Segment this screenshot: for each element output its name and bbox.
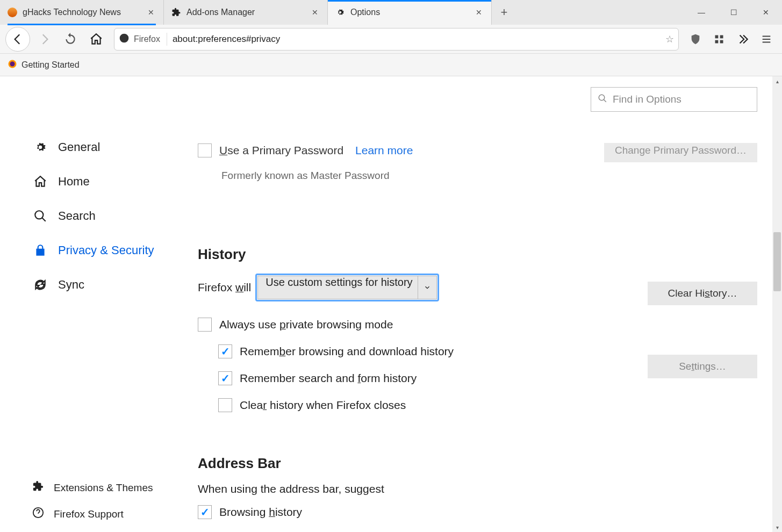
url-text: about:preferences#privacy (173, 34, 660, 45)
clear-history-button[interactable]: Clear History… (648, 282, 757, 305)
svg-rect-3 (715, 40, 719, 43)
nav-toolbar: Firefox about:preferences#privacy ☆ (0, 25, 782, 54)
clear-on-close-checkbox[interactable] (218, 398, 232, 412)
window-controls: — ☐ ✕ (685, 0, 782, 25)
back-button[interactable] (5, 27, 30, 52)
clear-on-close-label: Clear history when Firefox closes (240, 399, 406, 412)
scrollbar-thumb[interactable] (773, 232, 781, 291)
use-primary-password-label: Use a Primary Password (219, 144, 343, 157)
favicon-ghacks (8, 8, 17, 17)
puzzle-icon (32, 480, 44, 495)
reload-button[interactable] (59, 28, 82, 51)
always-private-checkbox[interactable] (198, 318, 212, 332)
primary-password-note: Formerly known as Master Password (221, 170, 757, 182)
grid-icon[interactable] (709, 29, 729, 49)
new-tab-button[interactable]: + (492, 0, 516, 25)
learn-more-link[interactable]: Learn more (355, 144, 413, 157)
lock-icon (32, 242, 48, 258)
identity-box[interactable]: Firefox (119, 33, 167, 46)
home-icon (32, 174, 48, 190)
sidebar-item-label: Sync (58, 278, 84, 292)
change-primary-password-button[interactable]: Change Prrimary Password…imary Password… (604, 139, 757, 162)
search-icon (32, 208, 48, 224)
remember-search-label: Remember search and form history (240, 372, 417, 385)
tab-addons[interactable]: Add-ons Manager ✕ (164, 0, 328, 25)
remember-search-checkbox[interactable] (218, 371, 232, 385)
sidebar-item-label: General (58, 140, 100, 154)
tab-label: Add-ons Manager (186, 8, 305, 17)
close-tab-icon[interactable]: ✕ (146, 8, 156, 17)
bookmarks-bar: Getting Started (0, 54, 782, 76)
url-bar[interactable]: Firefox about:preferences#privacy ☆ (114, 28, 679, 51)
close-tab-icon[interactable]: ✕ (310, 8, 320, 17)
scroll-up-icon[interactable]: ▴ (772, 76, 782, 86)
bookmark-getting-started[interactable]: Getting Started (8, 59, 80, 71)
tab-label: Options (350, 8, 469, 17)
find-in-options[interactable] (591, 87, 757, 112)
identity-label: Firefox (134, 34, 160, 44)
gear-icon (32, 139, 48, 155)
sidebar-item-label: Home (58, 175, 90, 189)
tab-bar: gHacks Technology News ✕ Add-ons Manager… (0, 0, 782, 25)
preferences-sidebar: General Home Search Privacy & Security S… (0, 76, 193, 532)
sidebar-item-label: Firefox Support (54, 508, 124, 520)
svg-rect-1 (715, 35, 719, 38)
svg-rect-4 (720, 40, 723, 43)
history-heading: History (198, 246, 757, 263)
home-button[interactable] (85, 28, 107, 51)
help-icon (32, 507, 44, 521)
address-bar-heading: Address Bar (198, 455, 757, 472)
sidebar-item-search[interactable]: Search (32, 199, 193, 233)
sync-icon (32, 277, 48, 293)
maximize-button[interactable]: ☐ (718, 0, 750, 25)
sidebar-item-label: Search (58, 209, 96, 223)
ublock-icon[interactable] (685, 29, 706, 49)
history-settings-button[interactable]: Settings… (648, 355, 757, 378)
use-primary-password-checkbox[interactable] (198, 143, 212, 157)
tab-ghacks[interactable]: gHacks Technology News ✕ (0, 0, 164, 25)
overflow-icon[interactable] (733, 29, 753, 49)
close-window-button[interactable]: ✕ (750, 0, 782, 25)
firefox-logo-icon (119, 33, 130, 46)
svg-rect-2 (720, 35, 723, 38)
sidebar-item-sync[interactable]: Sync (32, 268, 193, 302)
puzzle-icon (171, 8, 181, 17)
firefox-will-label: Firefox will (198, 281, 251, 294)
bookmark-label: Getting Started (21, 60, 80, 70)
vertical-scrollbar[interactable]: ▴ ▾ (772, 76, 782, 532)
scroll-down-icon[interactable]: ▾ (772, 522, 782, 532)
sidebar-extensions-themes[interactable]: Extensions & Themes (32, 480, 153, 495)
history-mode-value: Use custom settings for history (257, 276, 436, 299)
sidebar-item-home[interactable]: Home (32, 164, 193, 199)
svg-point-6 (10, 61, 15, 66)
sidebar-item-general[interactable]: General (32, 130, 193, 164)
find-in-options-input[interactable] (613, 94, 750, 105)
gear-icon (335, 8, 345, 17)
primary-password-row: Use a Primary Password Learn more Change… (198, 139, 757, 162)
sidebar-item-label: Privacy & Security (58, 243, 154, 257)
suggest-history-checkbox[interactable] (198, 505, 212, 519)
svg-point-9 (599, 95, 605, 100)
minimize-button[interactable]: — (685, 0, 718, 25)
always-private-label: Always use private browsing mode (219, 318, 393, 331)
remember-browsing-checkbox[interactable] (218, 344, 232, 358)
sidebar-firefox-support[interactable]: Firefox Support (32, 507, 153, 521)
preferences-main: Use a Primary Password Learn more Change… (193, 76, 772, 532)
svg-point-0 (120, 33, 129, 42)
menu-button[interactable] (756, 29, 777, 49)
sidebar-item-label: Extensions & Themes (54, 482, 153, 494)
sidebar-item-privacy[interactable]: Privacy & Security (32, 233, 193, 268)
firefox-icon (8, 59, 17, 71)
svg-point-7 (35, 211, 43, 219)
address-bar-subtitle: When using the address bar, suggest (198, 483, 757, 495)
remember-browsing-label: Remember browsing and download history (240, 345, 454, 358)
tab-label: gHacks Technology News (23, 8, 141, 17)
search-icon (598, 94, 607, 105)
tab-options[interactable]: Options ✕ (328, 0, 492, 25)
history-mode-select[interactable]: Use custom settings for history (257, 276, 436, 299)
bookmark-star-icon[interactable]: ☆ (665, 33, 674, 45)
forward-button[interactable] (33, 28, 56, 51)
suggest-history-label: Browsing history (219, 506, 302, 519)
close-tab-icon[interactable]: ✕ (474, 8, 484, 17)
preferences-page: General Home Search Privacy & Security S… (0, 76, 772, 532)
